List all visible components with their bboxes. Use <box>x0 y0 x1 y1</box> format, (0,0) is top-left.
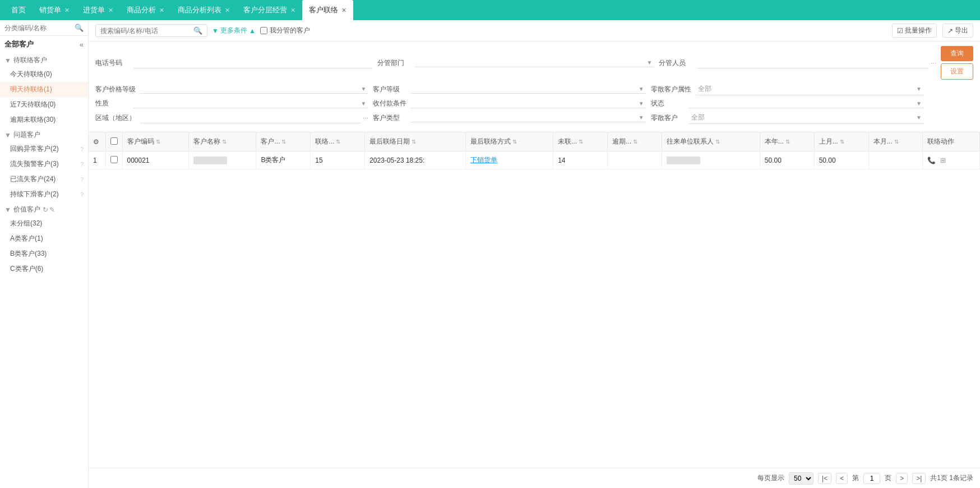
sort-icon-code[interactable]: ⇅ <box>156 139 160 145</box>
gender-select[interactable]: ▼ <box>133 99 368 108</box>
sidebar-item-tomorrow[interactable]: 明天待联络(1) <box>0 82 88 97</box>
sidebar-group-value: ▼ 价值客户 ↻ ✎ <box>0 202 88 216</box>
price-level-select[interactable]: ▼ <box>140 85 368 94</box>
row-this-month <box>868 151 923 169</box>
sort-icon-tm[interactable]: ⇅ <box>894 139 899 145</box>
phone-input[interactable] <box>133 58 373 68</box>
sort-icon-date[interactable]: ⇅ <box>412 139 416 145</box>
sort-icon-overdue[interactable]: ⇅ <box>633 139 637 145</box>
sort-icon-method[interactable]: ⇅ <box>512 139 517 145</box>
customer-level-field: 客户等级 ▼ <box>373 85 646 94</box>
sort-icon-type[interactable]: ⇅ <box>281 139 286 145</box>
sidebar-item-ungrouped[interactable]: 未分组(32) <box>0 216 88 231</box>
sidebar-item-overdue[interactable]: 逾期未联络(30) <box>0 112 88 127</box>
sidebar-item-c-class[interactable]: C类客户(6) <box>0 261 88 277</box>
close-customer-contact[interactable]: ✕ <box>341 7 346 14</box>
filter-bar: 🔍 ▼ 更多条件 ▲ 我分管的客户 ☑ 批量操作 ↗ 导出 <box>89 20 980 42</box>
sidebar-item-b-class[interactable]: B类客户(33) <box>0 246 88 261</box>
filter-more-btn[interactable]: ▼ 更多条件 ▲ <box>212 26 256 35</box>
close-sales-order[interactable]: ✕ <box>64 7 70 14</box>
price-level-label: 客户价格等级 <box>95 85 136 94</box>
sidebar-group-problem: ▼ 问题客户 <box>0 127 88 141</box>
phone-action-icon[interactable]: 📞 <box>927 156 936 164</box>
sidebar-collapse-icon[interactable]: « <box>80 40 84 49</box>
sort-icon-lm[interactable]: ⇅ <box>840 139 844 145</box>
sidebar-item-declining[interactable]: 持续下滑客户(2) ? <box>0 187 88 202</box>
customer-level-select[interactable]: ▼ <box>411 85 646 94</box>
help-icon-3[interactable]: ? <box>80 176 84 183</box>
help-icon-4[interactable]: ? <box>80 191 84 198</box>
manager-input[interactable] <box>697 58 928 68</box>
payment-select[interactable]: ▼ <box>411 99 646 108</box>
sidebar: 🔍 全部客户 « ▼ 待联络客户 今天待联络(0) 明天待联络(1) 近7天待联… <box>0 20 89 488</box>
dept-select[interactable]: ▼ <box>415 58 655 67</box>
sort-icon-uncontacted[interactable]: ⇅ <box>579 139 583 145</box>
customer-type-select[interactable]: ▼ <box>411 113 646 122</box>
set-button[interactable]: 设置 <box>941 63 973 80</box>
edit-icon[interactable]: ✎ <box>49 206 55 214</box>
first-page-btn[interactable]: |< <box>818 473 831 484</box>
close-purchase-order[interactable]: ✕ <box>108 7 113 14</box>
col-customer-code: 客户编码 ⇅ <box>122 132 189 151</box>
sidebar-item-lost[interactable]: 已流失客户(24) ? <box>0 172 88 187</box>
col-checkbox[interactable] <box>105 132 122 151</box>
retail-attr-select[interactable]: 全部 ▼ <box>696 83 924 95</box>
area-input[interactable] <box>140 113 360 123</box>
last-page-btn[interactable]: >| <box>912 473 926 484</box>
manager-dots[interactable]: ··· <box>931 59 936 67</box>
batch-operation-btn[interactable]: ☑ 批量操作 <box>892 24 937 38</box>
retail-customer-select[interactable]: 全部 ▼ <box>689 112 924 124</box>
sort-icon-person[interactable]: ⇅ <box>715 139 720 145</box>
nav-purchase-order[interactable]: 进货单 ✕ <box>76 0 120 20</box>
nav-customer-contact[interactable]: 客户联络 ✕ <box>302 0 353 20</box>
sort-icon-year[interactable]: ⇅ <box>785 139 790 145</box>
col-customer-type: 客户... ⇅ <box>256 132 311 151</box>
help-icon-1[interactable]: ? <box>80 146 84 153</box>
row-checkbox[interactable] <box>110 156 118 163</box>
sidebar-search-icon[interactable]: 🔍 <box>75 24 84 32</box>
area-dots[interactable]: ··· <box>363 114 368 122</box>
contact-method-link[interactable]: 下销货单 <box>470 156 497 164</box>
sidebar-item-today[interactable]: 今天待联络(0) <box>0 67 88 82</box>
my-customers-checkbox[interactable] <box>260 27 267 34</box>
settings-icon[interactable]: ⚙ <box>93 138 99 146</box>
query-button[interactable]: 查询 <box>941 46 973 61</box>
current-page-input[interactable] <box>863 473 880 484</box>
filter-search-icon[interactable]: 🔍 <box>193 26 202 35</box>
col-settings[interactable]: ⚙ <box>89 132 105 151</box>
sort-icon-name[interactable]: ⇅ <box>222 139 226 145</box>
filter-search-input[interactable] <box>100 27 193 35</box>
nav-sales-order[interactable]: 销货单 ✕ <box>33 0 76 20</box>
prev-page-btn[interactable]: < <box>836 473 848 484</box>
col-last-contact-date: 最后联络日期 ⇅ <box>365 132 466 151</box>
adv-filter-row-1: 电话号码 分管部门 ▼ 分管人员 ··· 查询 设置 <box>95 46 973 80</box>
page-size-select[interactable]: 50 <box>789 472 813 485</box>
status-select[interactable]: ▼ <box>689 99 924 108</box>
sidebar-item-7days[interactable]: 近7天待联络(0) <box>0 97 88 112</box>
grid-action-icon[interactable]: ⊞ <box>940 156 946 164</box>
sidebar-item-abnormal[interactable]: 回购异常客户(2) ? <box>0 141 88 156</box>
sidebar-all-customers[interactable]: 全部客户 « <box>0 36 88 53</box>
nav-product-analysis-list[interactable]: 商品分析列表 ✕ <box>171 0 237 20</box>
sidebar-search-input[interactable] <box>4 24 75 32</box>
gender-label: 性质 <box>95 99 129 108</box>
row-checkbox-cell[interactable] <box>105 151 122 169</box>
page-label: 第 <box>852 473 859 483</box>
select-all-checkbox[interactable] <box>110 137 118 145</box>
nav-product-analysis[interactable]: 商品分析 ✕ <box>120 0 171 20</box>
nav-customer-segmentation[interactable]: 客户分层经营 ✕ <box>237 0 302 20</box>
close-product-analysis-list[interactable]: ✕ <box>225 7 230 14</box>
close-customer-segmentation[interactable]: ✕ <box>290 7 295 14</box>
refresh-icon[interactable]: ↻ <box>43 206 48 214</box>
sort-icon-count[interactable]: ⇅ <box>336 139 340 145</box>
nav-home[interactable]: 首页 <box>4 0 33 20</box>
close-product-analysis[interactable]: ✕ <box>159 7 164 14</box>
row-last-contact-method[interactable]: 下销货单 <box>465 151 553 169</box>
sidebar-item-a-class[interactable]: A类客户(1) <box>0 231 88 246</box>
next-page-btn[interactable]: > <box>896 473 908 484</box>
my-customers-filter[interactable]: 我分管的客户 <box>260 26 310 35</box>
export-btn[interactable]: ↗ 导出 <box>942 24 973 38</box>
help-icon-2[interactable]: ? <box>80 161 84 168</box>
filter-right-actions: ☑ 批量操作 ↗ 导出 <box>892 24 973 38</box>
sidebar-item-lost-warning[interactable]: 流失预警客户(3) ? <box>0 156 88 172</box>
